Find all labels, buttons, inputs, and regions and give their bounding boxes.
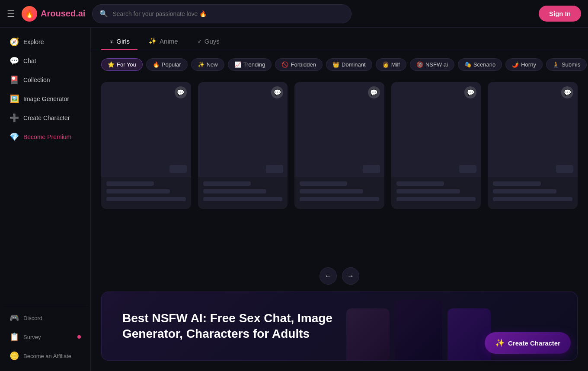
gender-tabs: ♀ Girls ✨ Anime ♂ Guys [91, 28, 588, 50]
character-card[interactable]: 💬 [101, 82, 191, 209]
collection-icon: 🎴 [10, 75, 19, 85]
sidebar-label-survey: Survey [23, 334, 41, 340]
forbidden-icon: 🚫 [281, 61, 288, 68]
card-chat-icon[interactable]: 💬 [368, 86, 380, 98]
next-arrow[interactable]: → [342, 267, 359, 285]
filter-popular[interactable]: 🔥 Popular [146, 58, 188, 71]
submissive-icon: 🧎 [553, 61, 559, 68]
card-chat-icon[interactable]: 💬 [271, 86, 283, 98]
logo[interactable]: 🔥 Aroused.ai [22, 6, 85, 22]
sidebar-item-affiliate[interactable]: 🪙 Become an Affiliate [3, 347, 87, 365]
skeleton-desc2 [300, 197, 379, 201]
filter-horny[interactable]: 🌶️ Horny [505, 58, 543, 71]
filter-horny-label: Horny [521, 61, 536, 68]
milf-icon: 👩 [382, 61, 389, 68]
sidebar-label-premium: Become Premium [23, 133, 71, 140]
popular-icon: 🔥 [153, 61, 160, 68]
sidebar-label-discord: Discord [23, 315, 42, 321]
nav-arrows: ← → [91, 260, 588, 292]
sidebar-item-become-premium[interactable]: 💎 Become Premium [3, 128, 87, 146]
sidebar-label-collection: Collection [23, 76, 50, 83]
card-image: 💬 [488, 82, 578, 177]
new-icon: ✨ [198, 61, 205, 68]
create-char-label: Create Character [508, 339, 560, 347]
card-image: 💬 [198, 82, 288, 177]
filter-dominant-label: Dominant [342, 61, 366, 68]
premium-icon: 💎 [10, 132, 19, 142]
card-body [294, 177, 384, 209]
body-layout: 🧭 Explore 💬 Chat 🎴 Collection 🖼️ Image G… [0, 28, 588, 371]
filter-for-you[interactable]: ⭐ For You [101, 58, 143, 71]
survey-dot [77, 335, 81, 339]
sidebar-item-chat[interactable]: 💬 Chat [3, 52, 87, 70]
sidebar-item-survey[interactable]: 📋 Survey [3, 328, 87, 346]
character-card[interactable]: 💬 [391, 82, 481, 209]
tab-girls-label: Girls [116, 38, 130, 45]
skeleton-badge [169, 165, 187, 173]
filter-scenario-label: Scenario [473, 61, 495, 68]
search-bar: 🔍 [92, 4, 352, 23]
promo-image-1 [346, 308, 390, 360]
card-body [198, 177, 288, 209]
skeleton-badge [459, 165, 476, 173]
sidebar: 🧭 Explore 💬 Chat 🎴 Collection 🖼️ Image G… [0, 28, 91, 371]
sidebar-item-create-character[interactable]: ➕ Create Character [3, 109, 87, 127]
search-icon: 🔍 [99, 10, 108, 18]
sidebar-bottom: 🎮 Discord 📋 Survey 🪙 Become an Affiliate [3, 305, 87, 366]
prev-arrow[interactable]: ← [320, 267, 337, 285]
affiliate-icon: 🪙 [10, 351, 19, 361]
skeleton-desc2 [396, 197, 476, 201]
cards-section: 💬 💬 [91, 79, 588, 260]
sidebar-item-collection[interactable]: 🎴 Collection [3, 71, 87, 89]
filter-new[interactable]: ✨ New [191, 58, 224, 71]
sidebar-item-image-generator[interactable]: 🖼️ Image Generator [3, 90, 87, 108]
sidebar-label-create-character: Create Character [23, 114, 70, 121]
filter-submissive-label: Submis [562, 61, 580, 68]
skeleton-desc2 [493, 197, 572, 201]
sidebar-item-discord[interactable]: 🎮 Discord [3, 309, 87, 327]
card-image: 💬 [391, 82, 481, 177]
card-body [391, 177, 481, 209]
filter-tags: ⭐ For You 🔥 Popular ✨ New 📈 Trending 🚫 F… [91, 50, 588, 79]
card-image: 💬 [294, 82, 384, 177]
skeleton-name [106, 181, 154, 186]
character-card[interactable]: 💬 [198, 82, 288, 209]
sidebar-item-explore[interactable]: 🧭 Explore [3, 33, 87, 51]
girls-icon: ♀ [109, 38, 114, 45]
skeleton-name [493, 181, 540, 186]
promo-images [346, 300, 491, 360]
tab-anime[interactable]: ✨ Anime [141, 33, 186, 50]
filter-nsfw-ai[interactable]: 🔞 NSFW ai [410, 58, 454, 71]
character-card[interactable]: 💬 [294, 82, 384, 209]
card-chat-icon[interactable]: 💬 [464, 86, 476, 98]
guys-icon: ♂ [197, 38, 202, 45]
filter-trending[interactable]: 📈 Trending [228, 58, 272, 71]
create-character-icon: ➕ [10, 113, 19, 123]
card-chat-icon[interactable]: 💬 [561, 86, 573, 98]
character-card[interactable]: 💬 [488, 82, 578, 209]
search-input[interactable] [112, 10, 344, 17]
card-chat-icon[interactable]: 💬 [175, 86, 187, 98]
filter-scenario[interactable]: 🎭 Scenario [458, 58, 502, 71]
filter-milf-label: Milf [391, 61, 400, 68]
sidebar-label-image-generator: Image Generator [23, 95, 69, 102]
promo-image-2 [395, 300, 442, 360]
sign-in-button[interactable]: Sign In [539, 6, 581, 22]
filter-milf[interactable]: 👩 Milf [376, 58, 406, 71]
filter-dominant[interactable]: 👑 Dominant [326, 58, 372, 71]
filter-forbidden[interactable]: 🚫 Forbidden [275, 58, 323, 71]
promo-text: Best NSFW AI: Free Sex Chat, Image Gener… [122, 311, 364, 342]
create-character-button[interactable]: ✨ Create Character [485, 332, 571, 354]
filter-popular-label: Popular [162, 61, 181, 68]
header: ☰ 🔥 Aroused.ai 🔍 Sign In [0, 0, 588, 28]
tab-anime-label: Anime [160, 38, 178, 45]
sidebar-label-explore: Explore [23, 38, 44, 45]
discord-icon: 🎮 [10, 313, 19, 323]
menu-icon[interactable]: ☰ [7, 9, 15, 19]
explore-icon: 🧭 [10, 37, 19, 47]
main-content: ♀ Girls ✨ Anime ♂ Guys ⭐ For You 🔥 Popul… [91, 28, 588, 371]
filter-submissive[interactable]: 🧎 Submis [546, 58, 587, 71]
tab-guys[interactable]: ♂ Guys [189, 33, 227, 50]
skeleton-desc1 [203, 189, 267, 193]
tab-girls[interactable]: ♀ Girls [101, 33, 137, 50]
